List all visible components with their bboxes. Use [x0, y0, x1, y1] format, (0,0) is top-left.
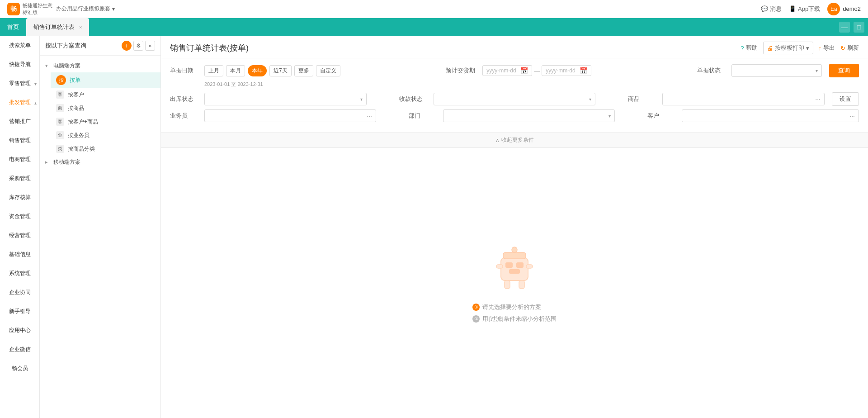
sidebar-item-operations[interactable]: 经营管理: [0, 226, 39, 245]
goods-label: 商品: [628, 95, 655, 103]
avatar: Ea: [827, 3, 840, 15]
tab-sales-order-stats[interactable]: 销售订单统计表 ×: [26, 18, 89, 36]
expected-delivery-date-group: yyyy-mm-dd 📅 — yyyy-mm-dd 📅: [482, 65, 591, 76]
chevron-right-icon: ▾: [34, 81, 37, 86]
date-btn-custom[interactable]: 自定义: [316, 65, 340, 76]
scheme-by-order[interactable]: 按 按单: [51, 72, 160, 88]
window-maximize-button[interactable]: □: [854, 22, 864, 33]
sidebar-item-ecom-mgmt[interactable]: 电商管理: [0, 150, 39, 169]
add-scheme-button[interactable]: +: [122, 41, 132, 51]
filter-area: 单据日期 上月 本月 本年 近7天 更多 自定义 预计交货期: [161, 58, 868, 133]
tab-close-icon[interactable]: ×: [79, 24, 82, 30]
date-btn-last-month[interactable]: 上月: [204, 65, 223, 76]
scheme-by-salesperson[interactable]: 业 按业务员: [51, 128, 160, 142]
scheme-by-customer[interactable]: 客 按客户: [51, 88, 160, 101]
setting-button[interactable]: 设置: [832, 92, 859, 106]
logo-area: 畅 畅捷通好生意 标准版: [7, 2, 52, 15]
printer-icon: 🖨: [767, 45, 773, 52]
sidebar-item-marketing[interactable]: 营销推广: [0, 112, 39, 131]
sidebar-item-purchase-mgmt[interactable]: 采购管理: [0, 169, 39, 188]
logo-icon: 畅: [7, 3, 20, 15]
tree-section-pc: ▾ 电脑端方案 按 按单 客 按客户 商 按商品: [40, 56, 160, 172]
date-btn-this-year[interactable]: 本年: [248, 65, 267, 76]
settings-scheme-button[interactable]: ⚙: [133, 41, 143, 51]
salesperson-select[interactable]: ···: [204, 109, 376, 122]
scheme-by-category[interactable]: 类 按商品分类: [51, 142, 160, 156]
payment-status-select[interactable]: ▾: [434, 93, 596, 105]
template-print-button[interactable]: 🖨 按模板打印 ▾: [763, 42, 813, 54]
sidebar-item-member[interactable]: 畅会员: [0, 359, 39, 378]
goods-select[interactable]: ···: [662, 93, 825, 105]
sidebar: 搜索菜单 快捷导航 零售管理 ▾ 批发管理 ▴ 营销推广 销售管理 电商管理 采…: [0, 36, 40, 418]
sidebar-item-finance[interactable]: 资金管理: [0, 207, 39, 226]
expected-delivery-end[interactable]: yyyy-mm-dd 📅: [542, 65, 591, 76]
tip-num-2: ②: [472, 315, 480, 323]
date-btn-this-month[interactable]: 本月: [226, 65, 245, 76]
svg-rect-3: [496, 265, 503, 268]
refresh-icon: ↻: [840, 45, 845, 52]
calendar-icon-end: 📅: [580, 67, 587, 74]
tree-node-pc[interactable]: ▾ 电脑端方案: [40, 59, 160, 72]
workspace-dropdown[interactable]: 办公用品行业模拟账套 ▾: [56, 5, 115, 13]
sidebar-item-basic-info[interactable]: 基础信息: [0, 245, 39, 264]
sidebar-item-sales-mgmt[interactable]: 销售管理: [0, 131, 39, 150]
sidebar-item-wholesale-mgmt[interactable]: 批发管理 ▴: [0, 93, 39, 112]
customer-label: 客户: [647, 112, 675, 120]
left-panel: 按以下方案查询 + ⚙ « ▾ 电脑端方案 按 按单: [40, 36, 161, 418]
department-select[interactable]: ▾: [443, 109, 615, 122]
empty-state: ① 请先选择要分析的方案 ② 用[过滤]条件来缩小分析范围: [161, 148, 868, 418]
single-date-label: 单据日期: [170, 66, 197, 75]
sidebar-item-search-menu[interactable]: 搜索菜单: [0, 36, 39, 55]
salesperson-dots-icon: ···: [367, 112, 372, 119]
content-area: 按以下方案查询 + ⚙ « ▾ 电脑端方案 按 按单: [40, 36, 868, 418]
help-button[interactable]: ? 帮助: [741, 44, 757, 52]
empty-tip-1: ① 请先选择要分析的方案: [472, 303, 556, 311]
scheme-by-customer-goods[interactable]: 客 按客户+商品: [51, 115, 160, 128]
sidebar-item-retail-mgmt[interactable]: 零售管理 ▾: [0, 74, 39, 93]
date-filter-buttons: 上月 本月 本年 近7天 更多 自定义: [204, 65, 340, 76]
sidebar-item-quick-nav[interactable]: 快捷导航: [0, 55, 39, 74]
filter-row-1: 单据日期 上月 本月 本年 近7天 更多 自定义 预计交货期: [170, 64, 859, 77]
collapse-panel-button[interactable]: «: [145, 41, 155, 51]
order-status-select[interactable]: ▾: [731, 64, 822, 77]
date-range-display-row: 2023-01-01 至 2023-12-31: [170, 80, 859, 88]
shipment-status-select[interactable]: ▾: [204, 93, 367, 105]
tree-node-mobile[interactable]: ▸ 移动端方案: [40, 156, 160, 169]
page-title: 销售订单统计表(按单): [170, 43, 249, 53]
refresh-button[interactable]: ↻ 刷新: [840, 44, 859, 52]
calendar-icon-start: 📅: [520, 67, 528, 74]
tree-children-pc: 按 按单 客 按客户 商 按商品 客 按客户+商品: [40, 72, 160, 156]
date-btn-more[interactable]: 更多: [294, 65, 313, 76]
user-menu[interactable]: Ea demo2: [827, 3, 861, 15]
sidebar-item-new-user[interactable]: 新手引导: [0, 302, 39, 321]
tab-home[interactable]: 首页: [0, 18, 26, 36]
svg-rect-5: [505, 280, 510, 289]
tip-num-1: ①: [472, 304, 480, 311]
empty-tips: ① 请先选择要分析的方案 ② 用[过滤]条件来缩小分析范围: [472, 303, 556, 327]
app-download-button[interactable]: 📱 App下载: [789, 5, 820, 13]
sidebar-item-app-center[interactable]: 应用中心: [0, 321, 39, 340]
shipment-status-label: 出库状态: [170, 95, 197, 103]
left-panel-header: 按以下方案查询 + ⚙ «: [40, 36, 160, 56]
scheme-icon-by-customer: 客: [56, 90, 64, 99]
sidebar-item-sys-mgmt[interactable]: 系统管理: [0, 264, 39, 283]
window-minimize-button[interactable]: —: [839, 22, 850, 33]
scheme-icon-by-goods: 商: [56, 104, 64, 112]
expand-icon: ▾: [45, 63, 51, 69]
scheme-by-goods[interactable]: 商 按商品: [51, 101, 160, 115]
sidebar-item-inventory[interactable]: 库存核算: [0, 188, 39, 207]
sidebar-item-enterprise-wechat[interactable]: 企业微信: [0, 340, 39, 359]
collapse-bar[interactable]: ∧ 收起更多条件: [161, 133, 868, 148]
expected-delivery-start[interactable]: yyyy-mm-dd 📅: [482, 65, 532, 76]
scheme-icon-by-order: 按: [56, 75, 66, 85]
query-button[interactable]: 查询: [829, 64, 859, 77]
sidebar-item-enterprise[interactable]: 企业协同: [0, 283, 39, 302]
date-btn-last-7days[interactable]: 近7天: [269, 65, 292, 76]
customer-select[interactable]: ···: [682, 109, 859, 122]
svg-rect-4: [526, 265, 533, 268]
tab-bar: 首页 销售订单统计表 × — □: [0, 18, 868, 36]
message-button[interactable]: 💬 消息: [761, 5, 782, 13]
date-range-text: 2023-01-01 至 2023-12-31: [204, 81, 263, 88]
export-button[interactable]: ↑ 导出: [819, 44, 835, 52]
scheme-icon-by-salesperson: 业: [56, 131, 64, 139]
